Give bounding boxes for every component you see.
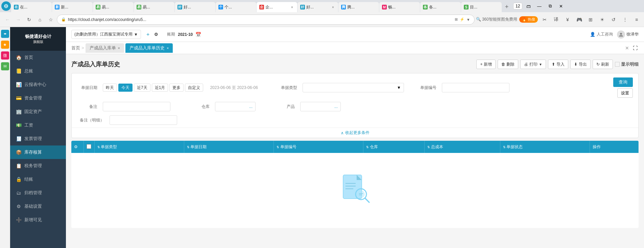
settings-icon[interactable]: ⋮ — [620, 15, 630, 24]
service-button[interactable]: 👤 人工咨询 — [590, 31, 613, 37]
date-more[interactable]: 更多 — [169, 84, 184, 92]
currency-icon[interactable]: ¥ — [563, 15, 572, 24]
translate-icon[interactable]: 译 — [551, 15, 561, 24]
tab-9[interactable]: 腾 腾... — [338, 2, 379, 12]
product-filter-select[interactable]: ... — [300, 102, 341, 111]
date-1month[interactable]: 近1月 — [152, 84, 168, 92]
print-button[interactable]: 🖨 🖨 打印 打印 ▼ — [520, 60, 546, 69]
tab-list[interactable]: 产成品入库单 × — [86, 43, 124, 53]
remark-filter-input[interactable] — [103, 102, 170, 111]
settings-gear-button[interactable]: ⚙ — [152, 30, 160, 39]
setting-button[interactable]: 设置 — [617, 88, 633, 98]
more-icon[interactable]: ≡ — [632, 15, 641, 24]
scissors-icon[interactable]: ✂ — [540, 15, 549, 24]
date-custom[interactable]: 自定义 — [185, 84, 203, 92]
tab-save-icon[interactable]: 🗃 — [524, 1, 533, 11]
panel-close-button[interactable]: ✕ — [625, 45, 629, 51]
th-date[interactable]: ⇅ 单据日期 — [184, 141, 273, 153]
delete-button[interactable]: 🗑 删除 — [498, 60, 518, 69]
sidebar-star[interactable]: ★ — [1, 41, 9, 49]
th-warehouse[interactable]: ⇅ 仓库 — [363, 141, 425, 153]
minimize-button[interactable]: — — [534, 1, 544, 11]
refresh-button[interactable]: ↻ — [24, 15, 34, 24]
export-icon: ⬇ — [574, 62, 577, 67]
grid-icon[interactable]: ⊞ — [586, 15, 595, 24]
sidebar-item-cloud-report[interactable]: 📊 云报表中心 — [10, 78, 66, 91]
th-total-cost[interactable]: ⇅ 总成本 — [425, 141, 500, 153]
refresh-data-button[interactable]: ↻ 刷新 — [593, 60, 613, 69]
close-button[interactable]: ✕ — [556, 1, 566, 11]
tab-10[interactable]: M 畅... — [379, 2, 420, 12]
tab-12[interactable]: S 目... — [461, 2, 502, 12]
tab-5[interactable]: 好 好... — [175, 2, 215, 12]
show-cols-checkbox[interactable] — [615, 62, 620, 67]
import-button[interactable]: ⬆ 导入 — [548, 60, 568, 69]
game-icon[interactable]: 🎮 — [574, 15, 584, 24]
tab-7-close[interactable]: × — [290, 5, 294, 9]
number-filter-input[interactable] — [442, 83, 509, 92]
sidebar-item-wage[interactable]: 💵 工资 — [10, 118, 66, 132]
address-bar[interactable]: 🔒 https://cloud.chanjet.com/accounting/u… — [57, 15, 475, 25]
date-7days[interactable]: 近7天 — [134, 84, 150, 92]
sidebar-item-ledger[interactable]: 📒 总账 — [10, 64, 66, 78]
restore-button[interactable]: ⧉ — [545, 1, 555, 11]
new-tab-button[interactable]: + — [502, 2, 511, 12]
sidebar-item-close-account[interactable]: 🔒 结账 — [10, 173, 66, 186]
tab-2[interactable]: 新 新... — [52, 2, 93, 12]
date-yesterday[interactable]: 昨天 — [103, 84, 117, 92]
type-filter-select[interactable]: ▼ — [303, 83, 404, 92]
filter-actions: 查询 设置 — [613, 77, 633, 98]
browser-nav-circle[interactable] — [1, 1, 11, 11]
th-status[interactable]: ⇅ 单据状态 — [500, 141, 590, 153]
hot-search-badge[interactable]: 🔥 热搜 — [519, 16, 538, 23]
tab-list-close[interactable]: × — [118, 46, 120, 50]
sidebar-item-archive[interactable]: 🗂 归档管理 — [10, 186, 66, 200]
date-today[interactable]: 今天 — [118, 84, 133, 92]
export-button[interactable]: ⬇ 导出 — [570, 60, 591, 69]
tab-7[interactable]: 企 企... × — [257, 2, 297, 12]
tab-11[interactable]: 各 各... — [420, 2, 461, 12]
sidebar-item-invoice[interactable]: 🧾 发票管理 — [10, 132, 66, 145]
sidebar-item-base-settings[interactable]: ⚙ 基础设置 — [10, 200, 66, 213]
home-button[interactable]: ⌂ — [35, 15, 45, 24]
back-button[interactable]: ← — [3, 15, 12, 24]
search-box[interactable]: 🔍 360智能抠图免费用 — [476, 17, 517, 22]
calendar-icon[interactable]: 📅 — [195, 32, 201, 37]
bookmark-button[interactable]: ☆ — [46, 15, 55, 24]
tab-8[interactable]: 好 好... × — [297, 2, 338, 12]
new-button[interactable]: + 新增 — [476, 60, 495, 69]
tab-3[interactable]: 易 易... — [93, 2, 134, 12]
th-number[interactable]: ⇅ 单据编号 — [274, 141, 363, 153]
th-gear[interactable]: ⚙ — [71, 141, 84, 153]
sidebar-item-inventory[interactable]: 📦 库存核算 — [10, 145, 66, 159]
tab-history[interactable]: 产成品入库单历史 × — [125, 43, 173, 53]
forward-button[interactable]: → — [14, 15, 23, 24]
sidebar-item-asset[interactable]: 🏢 固定资产 — [10, 105, 66, 118]
th-type[interactable]: ⇅ 单据类型 — [94, 141, 184, 153]
history-icon[interactable]: ↺ — [609, 15, 618, 24]
sidebar-mail[interactable]: ✉ — [1, 62, 9, 70]
sidebar-item-tax[interactable]: 📋 税务管理 — [10, 159, 66, 173]
query-button[interactable]: 查询 — [613, 77, 633, 87]
show-cols-toggle[interactable]: 显示明细 — [615, 61, 639, 67]
sidebar-item-new[interactable]: ➕ 新增可见 — [10, 213, 66, 227]
tab-history-close[interactable]: × — [167, 46, 169, 50]
tab-4[interactable]: 易 易... — [134, 2, 174, 12]
add-company-button[interactable]: + — [146, 31, 149, 38]
tab-8-close[interactable]: × — [331, 5, 335, 9]
sidebar-chat[interactable]: 微 — [1, 51, 9, 60]
collapse-button[interactable]: ∧ 收起更多条件 — [72, 128, 638, 138]
breadcrumb-home[interactable]: 首页 — [71, 45, 80, 51]
sidebar-item-fund[interactable]: 💳 资金管理 — [10, 91, 66, 105]
panel-expand-button[interactable]: ⛶ — [632, 45, 639, 51]
sidebar-item-home[interactable]: 🏠 首页 — [10, 51, 66, 64]
tab-1[interactable]: 在 在... — [11, 2, 52, 12]
tab-6[interactable]: 个 个... — [216, 2, 256, 12]
th-check[interactable] — [84, 141, 94, 153]
company-selector[interactable]: (勿删勿禁用）江西服宝测试专用 ▼ — [71, 30, 141, 39]
chanjet-icon[interactable] — [1, 30, 9, 38]
theme-icon[interactable]: ☀ — [597, 15, 607, 24]
remark-detail-filter-input[interactable] — [110, 115, 177, 125]
warehouse-filter-select[interactable]: ... — [215, 102, 256, 111]
select-all-checkbox[interactable] — [87, 144, 91, 149]
